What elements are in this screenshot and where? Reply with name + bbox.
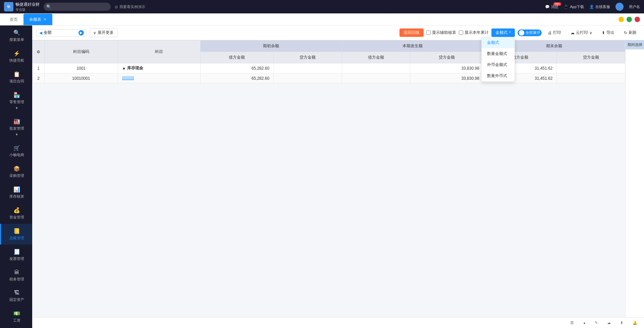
demo-icon: ◎ [115,5,118,9]
brand-name: 畅捷通好业财 [15,2,40,7]
tab-balance-close[interactable]: ✕ [43,17,47,22]
download-action[interactable]: 📱 App下载 [564,4,584,9]
edition-label: 专业版 [15,7,40,12]
message-badge: 99+ [553,2,561,6]
sidebar-label-purchase: 采购管理 [9,173,24,178]
cloud-print-chevron: ∨ [589,30,592,35]
project-icon: 📋 [13,71,20,77]
bottom-cloud-btn[interactable]: ☁ [604,320,613,326]
account-search[interactable]: ◀ ▶ [36,29,87,37]
demo-link[interactable]: ◎ 我要看实例演示 [115,4,145,9]
invoice-icon: 🧾 [13,249,20,255]
sidebar-item-ecom[interactable]: 🛒 小畅电商 [0,141,32,161]
export-btn[interactable]: ⬆ 导出 [598,28,618,37]
bottom-lang-btn[interactable]: 英 [568,320,577,326]
tab-balance-label: 余额表 [29,17,41,22]
purchase-icon: 📦 [13,166,20,172]
th-code: 科目编码 [45,41,118,63]
quicknav-icon: ⚡ [13,50,20,57]
show-aux-checkbox[interactable]: 显示辅助核算 [426,30,456,36]
service-action[interactable]: 👤 在线客服 [589,4,610,9]
td-name[interactable]: 回回回 [118,73,200,83]
right-arrow-icon[interactable]: ▶ [78,30,84,36]
th-current-debit: 借方金额 [342,52,410,63]
bottom-edit-btn[interactable]: ✎ [592,320,600,326]
tab-balance[interactable]: 余额表 ✕ [23,14,52,25]
win-max-btn[interactable] [627,17,632,22]
sidebar-item-wholesale[interactable]: 🏭 批发管理 ▾ [0,114,32,141]
sidebar-item-project[interactable]: 📋 项目合同 [0,67,32,88]
cloud-print-btn[interactable]: ☁ 云打印 ∨ [567,28,596,37]
table-row[interactable]: 11001▲ 库存现金65,282.6033,830.9831,451.62 [33,63,625,73]
top-search-input[interactable] [51,5,102,9]
th-closing-credit: 贷方金额 [557,52,625,63]
nav-tabs-bar: 首页 余额表 ✕ [0,13,644,25]
th-settings[interactable]: ⚙ [33,41,45,63]
sidebar-label-tax: 税务管理 [9,277,24,282]
sidebar-item-invoice[interactable]: 🧾 发票管理 [0,245,32,265]
sidebar-item-salary[interactable]: 💵 工资 [0,306,32,327]
refresh-btn[interactable]: ↻ 刷新 [621,28,640,37]
period-header: 期间选择 [626,40,644,50]
sidebar-item-assets[interactable]: 🏗 固定资产 [0,286,32,306]
bottom-diamond-btn[interactable]: ♦ [581,320,588,326]
chevron-down-icon2: ▾ [16,132,18,137]
sidebar-item-inventory[interactable]: 📊 库存核算 [0,182,32,203]
balance-table-container[interactable]: ⚙ 科目编码 科目 期初余额 本期发生额 期末余额 借方金额 贷方金额 借方金额… [32,40,625,317]
ledger-icon: 📒 [13,228,20,234]
show-ytd-checkbox[interactable]: 显示本年累计 [459,30,489,36]
back-old-btn[interactable]: 退回旧版 [399,28,424,37]
tab-home[interactable]: 首页 [4,14,23,25]
sidebar-item-capital[interactable]: 💰 资金管理 [0,203,32,224]
top-search[interactable]: 🔍 [44,3,111,11]
sidebar-item-search[interactable]: 🔍 搜索菜单 [0,25,32,46]
mode-option-2[interactable]: 外币金额式 [482,59,515,70]
refresh-icon: ↻ [624,30,627,35]
sidebar-item-purchase[interactable]: 📦 采购管理 [0,161,32,182]
print-btn[interactable]: 🖨 打印 [544,28,565,37]
sidebar-item-tax[interactable]: 🏛 税务管理 [0,265,32,286]
brand: 畅 畅捷通好业财 专业版 [4,2,40,12]
td-opening-debit: 65,282.60 [200,63,274,73]
sidebar-label-salary: 工资 [13,318,20,323]
win-min-btn[interactable] [619,17,624,22]
expand-icon: ∨ [93,30,96,35]
capital-icon: 💰 [13,207,20,213]
app-logo: 畅 [4,2,13,11]
td-code: 10010001 [45,73,118,83]
expand-all-toggle[interactable]: 全部展开 [518,29,542,36]
user-avatar[interactable] [615,3,624,11]
th-opening-credit: 贷方金额 [274,52,342,63]
expand-more-btn[interactable]: ∨ 展开更多 [90,28,117,37]
sidebar-item-quicknav[interactable]: ⚡ 快捷导航 [0,46,32,67]
message-action[interactable]: 💬 消息 99+ [545,4,558,9]
left-arrow-icon[interactable]: ◀ [39,30,42,35]
sidebar-label-wholesale: 批发管理 [9,126,24,131]
bottom-bar: 英 ♦ ✎ ☁ ⬆ 🔔 [32,317,644,328]
sidebar-label-invoice: 发票管理 [9,256,24,261]
sidebar-label-search: 搜索菜单 [9,37,24,42]
mode-btn[interactable]: 金额式 ^ [491,28,515,37]
td-closing-credit [557,73,625,83]
main-layout: 🔍 搜索菜单 ⚡ 快捷导航 📋 项目合同 🏪 零售管理 ▾ 🏭 批发管理 ▾ 🛒… [0,25,644,328]
td-opening-credit [274,73,342,83]
top-bar: 畅 畅捷通好业财 专业版 🔍 ◎ 我要看实例演示 💬 消息 99+ 📱 App下… [0,0,644,13]
sidebar-label-capital: 资金管理 [9,215,24,220]
mode-option-1[interactable]: 数量金额式 [482,48,515,59]
bottom-upload-btn[interactable]: ⬆ [618,320,626,326]
td-current-credit: 33,830.98 [410,73,484,83]
search-icon: 🔍 [46,4,51,9]
bottom-notify-btn[interactable]: 🔔 [630,320,640,326]
mode-option-3[interactable]: 数量外币式 [482,70,515,81]
tax-icon: 🏛 [14,269,19,275]
sidebar-item-ledger[interactable]: 📒 总账管理 [0,224,32,245]
win-close-btn[interactable] [635,17,640,22]
mode-option-0[interactable]: 金额式 [482,37,515,48]
td-no: 1 [33,63,45,73]
search-icon: 🔍 [13,29,20,36]
account-search-input[interactable] [44,30,77,35]
td-current-credit: 33,830.98 [410,63,484,73]
sidebar-item-retail[interactable]: 🏪 零售管理 ▾ [0,88,32,114]
table-row[interactable]: 210010001回回回65,282.6033,830.9831,451.62 [33,73,625,83]
user-name[interactable]: 用户名 [629,4,640,9]
